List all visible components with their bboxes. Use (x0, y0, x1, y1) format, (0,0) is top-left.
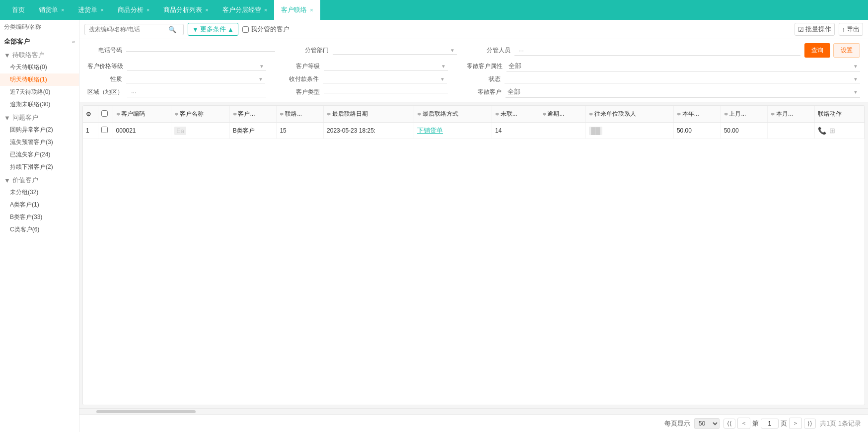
td-checkbox[interactable] (98, 123, 113, 139)
settings-btn[interactable]: 设置 (833, 43, 860, 58)
sidebar-item-ungrouped[interactable]: 未分组(32) (0, 186, 79, 199)
filter-label-manager: 分管人员 (476, 46, 510, 55)
last-page-btn[interactable]: ⟩⟩ (804, 419, 816, 429)
th-this-month[interactable]: 本月... (768, 106, 815, 123)
sidebar-search-area: 🔍 (0, 20, 79, 34)
th-overdue[interactable]: 逾期... (539, 106, 586, 123)
per-page-label: 每页显示 (664, 419, 690, 428)
chevron-down-icon: ▼ (853, 89, 858, 95)
th-type[interactable]: 客户... (229, 106, 277, 123)
filter-select-scattered-attr[interactable]: 全部 ▼ (506, 61, 860, 72)
last-contact-link[interactable]: 下销货单 (417, 127, 443, 134)
nav-item-purchase[interactable]: 进货单 × (71, 0, 110, 20)
td-last-contact-way[interactable]: 下销货单 (414, 123, 492, 139)
horizontal-scrollbar[interactable] (79, 408, 868, 414)
group-value-customers[interactable]: ▼ 价值客户 (0, 173, 79, 186)
th-last-month[interactable]: 上月... (721, 106, 768, 123)
filter-label-customer-level: 客户等级 (285, 62, 320, 71)
sidebar-search-input[interactable] (4, 23, 78, 30)
query-btn[interactable]: 查询 (804, 43, 830, 58)
th-checkbox[interactable] (98, 106, 113, 123)
filter-input-customer-type[interactable] (324, 91, 448, 93)
export-btn[interactable]: ↑ 导出 (839, 23, 864, 36)
sidebar-item-repurchase-abnormal[interactable]: 回购异常客户(2) (0, 124, 79, 136)
th-contact-count[interactable]: 联络... (277, 106, 324, 123)
prev-page-btn[interactable]: ＜ (737, 418, 750, 429)
filter-select-payment[interactable]: ▼ (323, 75, 447, 83)
caret-icon: ▼ (4, 177, 10, 184)
filter-select-scattered[interactable]: 全部 ▼ (506, 86, 860, 98)
filter-select-dept[interactable]: ▼ (333, 47, 457, 55)
filter-select-customer-level[interactable]: ▼ (324, 63, 448, 71)
close-icon[interactable]: × (205, 7, 208, 13)
th-this-year[interactable]: 本年... (673, 106, 721, 123)
filter-input-region[interactable]: ··· (127, 87, 266, 97)
filter-label-nature: 性质 (87, 75, 122, 83)
sidebar-item-lost-customers[interactable]: 已流失客户(24) (0, 148, 79, 161)
filter-action-btns: 查询 设置 (804, 43, 860, 58)
nav-item-analysis-list[interactable]: 商品分析列表 × (156, 0, 215, 20)
filter-label-status: 状态 (466, 75, 501, 83)
filter-select-nature[interactable]: ▼ (126, 75, 265, 83)
checkbox-icon: ☑ (798, 26, 804, 33)
filter-label-price-level: 客户价格等级 (87, 62, 123, 71)
th-last-contact-date[interactable]: 最后联络日期 (324, 106, 414, 123)
close-icon[interactable]: × (100, 7, 103, 13)
th-code[interactable]: 客户编码 (113, 106, 171, 123)
sidebar-item-declining-customers[interactable]: 持续下滑客户(2) (0, 161, 79, 173)
sidebar-item-overdue-contact[interactable]: 逾期未联络(30) (0, 98, 79, 111)
close-icon[interactable]: × (61, 7, 64, 13)
th-unlinked[interactable]: 未联... (492, 106, 539, 123)
more-conditions-btn[interactable]: ▼ 更多条件 ▲ (188, 23, 238, 36)
my-customers-checkbox[interactable]: 我分管的客户 (242, 25, 289, 34)
main-search-icon[interactable]: 🔍 (168, 26, 176, 33)
close-icon[interactable]: × (310, 7, 313, 13)
td-seq: 1 (83, 123, 98, 139)
filter-input-manager[interactable]: ··· (514, 46, 800, 56)
chevron-down-icon: ▼ (853, 64, 858, 69)
page-number-input[interactable] (761, 419, 779, 429)
first-page-btn[interactable]: ⟨⟨ (723, 419, 735, 429)
page-size-select[interactable]: 50 10 20 100 (694, 418, 720, 429)
sidebar-item-today-contact[interactable]: 今天待联络(0) (0, 61, 79, 73)
filter-select-price-level[interactable]: ▼ (127, 63, 266, 71)
chevron-down-icon: ▼ (853, 76, 858, 82)
main-search-input[interactable] (89, 26, 168, 33)
th-name[interactable]: 客户名称 (171, 106, 230, 123)
sidebar-item-loss-warning[interactable]: 流失预警客户(3) (0, 136, 79, 148)
th-settings[interactable]: ⚙ (83, 106, 98, 123)
th-last-contact-way[interactable]: 最后联络方式 (414, 106, 492, 123)
td-contact-count: 15 (277, 123, 324, 139)
sidebar-item-b-customers[interactable]: B类客户(33) (0, 211, 79, 223)
nav-item-sales[interactable]: 销货单 × (32, 0, 71, 20)
sidebar-item-week-contact[interactable]: 近7天待联络(0) (0, 86, 79, 98)
next-page-btn[interactable]: ＞ (789, 418, 802, 429)
td-name: Ea (171, 123, 230, 139)
filter-select-status[interactable]: ▼ (505, 75, 860, 83)
select-all-checkbox[interactable] (101, 110, 108, 117)
nav-home[interactable]: 首页 (5, 0, 32, 20)
caret-icon: ▼ (4, 114, 10, 122)
phone-icon[interactable]: 📞 (818, 127, 826, 135)
nav-item-analysis[interactable]: 商品分析 × (111, 0, 156, 20)
close-icon[interactable]: × (146, 7, 149, 13)
collapse-icon[interactable]: « (72, 39, 75, 45)
close-icon[interactable]: × (264, 7, 267, 13)
th-unit-contact[interactable]: 往来单位联系人 (586, 106, 674, 123)
grid-icon[interactable]: ⊞ (829, 127, 835, 135)
row-checkbox[interactable] (101, 127, 108, 133)
all-customers-header[interactable]: 全部客户 « (0, 34, 79, 48)
td-last-contact-date: 2023-05-23 18:25: (324, 123, 414, 139)
group-pending-contact[interactable]: ▼ 待联络客户 (0, 48, 79, 61)
my-customers-check[interactable] (242, 26, 249, 33)
filter-input-phone[interactable] (126, 49, 275, 52)
sidebar-item-tomorrow-contact[interactable]: 明天待联络(1) (0, 73, 79, 86)
sidebar-item-c-customers[interactable]: C类客户(6) (0, 223, 79, 236)
chevron-down-icon: ▼ (258, 76, 263, 82)
scrollbar-thumb[interactable] (96, 410, 196, 413)
nav-item-customer-layering[interactable]: 客户分层经营 × (216, 0, 274, 20)
group-problem-customers[interactable]: ▼ 问题客户 (0, 111, 79, 124)
sidebar-item-a-customers[interactable]: A类客户(1) (0, 199, 79, 211)
batch-op-btn[interactable]: ☑ 批量操作 (795, 23, 835, 36)
nav-item-customer-contact[interactable]: 客户联络 × (274, 0, 320, 20)
